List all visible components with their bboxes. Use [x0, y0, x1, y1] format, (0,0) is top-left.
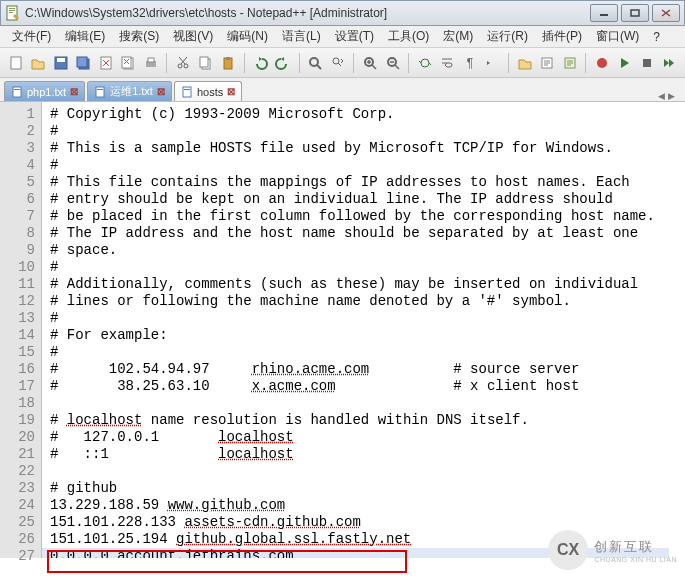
code-line[interactable]: # entry should be kept on an individual …: [50, 191, 685, 208]
code-line[interactable]: # Copyright (c) 1993-2009 Microsoft Corp…: [50, 106, 685, 123]
tab-hosts[interactable]: hosts⊠: [174, 81, 242, 101]
toolbar-folder-icon[interactable]: [515, 52, 534, 74]
svg-rect-6: [11, 57, 21, 69]
toolbar-replace-icon[interactable]: [328, 52, 347, 74]
toolbar-zoomout-icon[interactable]: [383, 52, 402, 74]
code-line[interactable]: # 127.0.0.1 localhost: [50, 429, 685, 446]
menu-help[interactable]: ?: [647, 28, 666, 46]
code-line[interactable]: # ::1 localhost: [50, 446, 685, 463]
toolbar-print-icon[interactable]: [141, 52, 160, 74]
tab-php1-txt[interactable]: php1.txt⊠: [4, 81, 85, 101]
toolbar-separator: [408, 53, 409, 73]
line-number: 23: [0, 480, 35, 497]
toolbar-paste-icon[interactable]: [218, 52, 237, 74]
toolbar-closeall-icon[interactable]: [118, 52, 137, 74]
toolbar-new-icon[interactable]: [6, 52, 25, 74]
code-area[interactable]: # Copyright (c) 1993-2009 Microsoft Corp…: [42, 102, 685, 558]
code-line[interactable]: # localhost name resolution is handled w…: [50, 412, 685, 429]
menu-encoding[interactable]: 编码(N): [221, 26, 274, 47]
menu-settings[interactable]: 设置(T): [329, 26, 380, 47]
svg-rect-35: [183, 87, 191, 97]
watermark-text: 创新互联: [594, 538, 677, 556]
toolbar-copy-icon[interactable]: [196, 52, 215, 74]
code-line[interactable]: # space.: [50, 242, 685, 259]
code-line[interactable]: # github: [50, 480, 685, 497]
tab-运维1-txt[interactable]: 运维1.txt⊠: [87, 81, 172, 101]
menu-plugins[interactable]: 插件(P): [536, 26, 588, 47]
toolbar-cut-icon[interactable]: [173, 52, 192, 74]
menu-edit[interactable]: 编辑(E): [59, 26, 111, 47]
toolbar-saveall-icon[interactable]: [73, 52, 92, 74]
toolbar-indent-icon[interactable]: [483, 52, 502, 74]
code-line[interactable]: # 38.25.63.10 x.acme.com # x client host: [50, 378, 685, 395]
toolbar-macro-fast-icon[interactable]: [660, 52, 679, 74]
svg-rect-31: [13, 87, 21, 97]
code-line[interactable]: 151.101.228.133 assets-cdn.github.com: [50, 514, 685, 531]
line-number: 10: [0, 259, 35, 276]
minimize-button[interactable]: [590, 4, 618, 22]
code-line[interactable]: [50, 395, 685, 412]
toolbar-macro-stop-icon[interactable]: [637, 52, 656, 74]
menu-tools[interactable]: 工具(O): [382, 26, 435, 47]
code-line[interactable]: # lines or following the machine name de…: [50, 293, 685, 310]
code-line[interactable]: #: [50, 123, 685, 140]
code-line[interactable]: 13.229.188.59 www.github.com: [50, 497, 685, 514]
toolbar-wrap-icon[interactable]: [438, 52, 457, 74]
line-number: 9: [0, 242, 35, 259]
toolbar-undo-icon[interactable]: [251, 52, 270, 74]
file-icon: [11, 86, 23, 98]
menu-language[interactable]: 语言(L): [276, 26, 327, 47]
toolbar-allchars-icon[interactable]: ¶: [460, 52, 479, 74]
tab-close-icon[interactable]: ⊠: [227, 86, 235, 97]
svg-point-22: [310, 58, 318, 66]
menu-file[interactable]: 文件(F): [6, 26, 57, 47]
editor[interactable]: 1234567891011121314151617181920212223242…: [0, 102, 685, 558]
line-number: 15: [0, 344, 35, 361]
code-line[interactable]: #: [50, 259, 685, 276]
menu-search[interactable]: 搜索(S): [113, 26, 165, 47]
toolbar-funclist-icon[interactable]: [560, 52, 579, 74]
toolbar-find-icon[interactable]: [305, 52, 324, 74]
toolbar-zoomin-icon[interactable]: [360, 52, 379, 74]
code-line[interactable]: # The IP address and the host name shoul…: [50, 225, 685, 242]
svg-point-29: [597, 58, 607, 68]
titlebar: C:\Windows\System32\drivers\etc\hosts - …: [0, 0, 685, 26]
toolbar-doclist-icon[interactable]: [537, 52, 556, 74]
line-number: 18: [0, 395, 35, 412]
svg-point-17: [184, 64, 188, 68]
close-button[interactable]: [652, 4, 680, 22]
svg-rect-30: [643, 59, 651, 67]
menu-run[interactable]: 运行(R): [481, 26, 534, 47]
line-number: 5: [0, 174, 35, 191]
code-line[interactable]: # 102.54.94.97 rhino.acme.com # source s…: [50, 361, 685, 378]
tab-close-icon[interactable]: ⊠: [70, 86, 78, 97]
svg-rect-32: [14, 89, 20, 90]
toolbar-macro-rec-icon[interactable]: [592, 52, 611, 74]
code-line[interactable]: #: [50, 157, 685, 174]
toolbar-sync-icon[interactable]: [415, 52, 434, 74]
svg-rect-3: [9, 12, 13, 13]
tab-scroll-arrows[interactable]: ◀▶: [658, 91, 681, 101]
toolbar-close-icon[interactable]: [96, 52, 115, 74]
code-line[interactable]: # Additionally, comments (such as these)…: [50, 276, 685, 293]
menu-window[interactable]: 窗口(W): [590, 26, 645, 47]
toolbar-redo-icon[interactable]: [273, 52, 292, 74]
code-line[interactable]: [50, 463, 685, 480]
toolbar-save-icon[interactable]: [51, 52, 70, 74]
svg-rect-10: [77, 57, 87, 67]
toolbar-open-icon[interactable]: [28, 52, 47, 74]
menu-macro[interactable]: 宏(M): [437, 26, 479, 47]
code-line[interactable]: #: [50, 310, 685, 327]
code-line[interactable]: #: [50, 344, 685, 361]
line-number: 14: [0, 327, 35, 344]
maximize-button[interactable]: [621, 4, 649, 22]
code-line[interactable]: # This file contains the mappings of IP …: [50, 174, 685, 191]
code-line[interactable]: # be placed in the first column followed…: [50, 208, 685, 225]
toolbar-macro-play-icon[interactable]: [615, 52, 634, 74]
code-line[interactable]: # This is a sample HOSTS file used by Mi…: [50, 140, 685, 157]
code-line[interactable]: # For example:: [50, 327, 685, 344]
svg-rect-13: [122, 57, 131, 68]
tab-close-icon[interactable]: ⊠: [157, 86, 165, 97]
menu-view[interactable]: 视图(V): [167, 26, 219, 47]
line-number: 26: [0, 531, 35, 548]
